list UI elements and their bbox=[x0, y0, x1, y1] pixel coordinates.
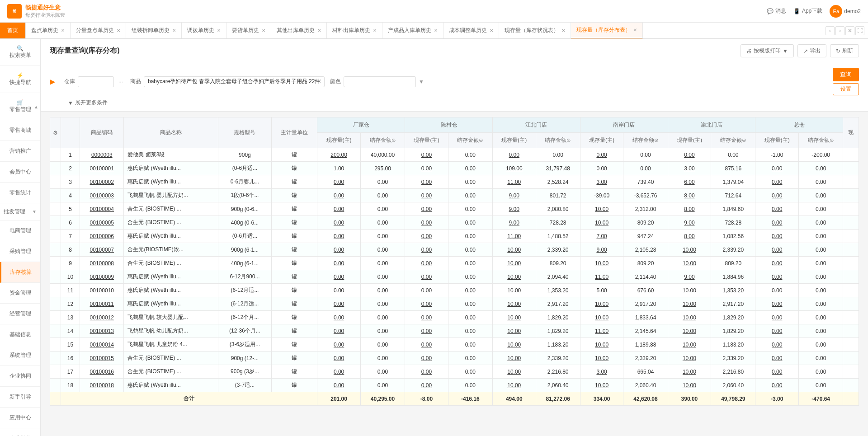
cell-nanan-qty[interactable]: 10.00 bbox=[580, 311, 623, 324]
cell-yubei-qty[interactable]: 10.00 bbox=[668, 379, 711, 392]
cell-jiangbei-qty[interactable]: 109.00 bbox=[493, 162, 536, 175]
cell-code[interactable]: 00100004 bbox=[80, 202, 124, 216]
cell-factory-qty[interactable]: 0.00 bbox=[317, 216, 361, 230]
cell-jiangbei-qty[interactable]: 10.00 bbox=[493, 297, 536, 311]
cell-nanan-qty[interactable]: 11.00 bbox=[580, 270, 623, 284]
sidebar-item-retail-stats[interactable]: 零售统计 bbox=[0, 183, 40, 203]
cell-total-qty[interactable]: 0.00 bbox=[755, 365, 799, 379]
cell-chenlu-qty[interactable]: 0.00 bbox=[405, 189, 448, 202]
cell-yubei-qty[interactable]: 10.00 bbox=[668, 324, 711, 338]
sidebar-item-shortcut[interactable]: ⚡ 快捷导航 bbox=[0, 66, 40, 93]
cell-code[interactable]: 00100016 bbox=[80, 365, 124, 379]
cell-total-qty[interactable]: 0.00 bbox=[755, 311, 799, 324]
cell-nanan-qty[interactable]: 10.00 bbox=[580, 216, 623, 230]
tab-prev-btn[interactable]: ‹ bbox=[826, 26, 835, 35]
cell-code[interactable]: 00100018 bbox=[80, 379, 124, 392]
cell-nanan-qty[interactable]: 3.00 bbox=[580, 175, 623, 189]
sidebar-item-basics[interactable]: 基础信息 bbox=[0, 324, 40, 345]
cell-nanan-qty[interactable]: 10.00 bbox=[580, 257, 623, 270]
cell-jiangbei-qty[interactable]: 10.00 bbox=[493, 311, 536, 324]
tab-requisition[interactable]: 要货单历史 ✕ bbox=[226, 23, 271, 39]
cell-chenlu-qty[interactable]: 0.00 bbox=[405, 202, 448, 216]
cell-total-qty[interactable]: 0.00 bbox=[755, 257, 799, 270]
cell-chenlu-qty[interactable]: 0.00 bbox=[405, 311, 448, 324]
cell-yubei-qty[interactable]: 0.00 bbox=[668, 148, 711, 162]
cell-jiangbei-qty[interactable]: 10.00 bbox=[493, 284, 536, 297]
cell-factory-qty[interactable]: 0.00 bbox=[317, 324, 361, 338]
cell-jiangbei-qty[interactable]: 10.00 bbox=[493, 324, 536, 338]
cell-jiangbei-qty[interactable]: 10.00 bbox=[493, 365, 536, 379]
cell-factory-qty[interactable]: 0.00 bbox=[317, 284, 361, 297]
cell-factory-qty[interactable]: 0.00 bbox=[317, 243, 361, 257]
warehouse-dots[interactable]: ··· bbox=[117, 79, 125, 85]
cell-factory-qty[interactable]: 0.00 bbox=[317, 202, 361, 216]
cell-yubei-qty[interactable]: 8.00 bbox=[668, 202, 711, 216]
cell-total-qty[interactable]: 0.00 bbox=[755, 162, 799, 175]
cell-chenlu-qty[interactable]: 0.00 bbox=[405, 324, 448, 338]
sidebar-item-inventory[interactable]: 库存核算 bbox=[0, 262, 40, 283]
cell-yubei-qty[interactable]: 6.00 bbox=[668, 175, 711, 189]
cell-factory-qty[interactable]: 0.00 bbox=[317, 365, 361, 379]
tab-close-icon[interactable]: ✕ bbox=[262, 28, 265, 33]
tab-expand-btn[interactable]: ⛶ bbox=[855, 26, 864, 35]
cell-code[interactable]: 00100009 bbox=[80, 270, 124, 284]
sidebar-item-member[interactable]: 会员中心 bbox=[0, 162, 40, 183]
cell-nanan-qty[interactable]: 3.00 bbox=[580, 365, 623, 379]
sidebar-item-search[interactable]: 🔍 搜索英单 bbox=[0, 39, 40, 66]
cell-nanan-qty[interactable]: 0.00 bbox=[580, 162, 623, 175]
cell-total-qty[interactable]: 0.00 bbox=[755, 230, 799, 243]
cell-chenlu-qty[interactable]: 0.00 bbox=[405, 284, 448, 297]
cell-factory-qty[interactable]: 0.00 bbox=[317, 230, 361, 243]
cell-code[interactable]: 00100015 bbox=[80, 352, 124, 365]
tab-close-icon[interactable]: ✕ bbox=[317, 28, 321, 33]
cell-chenlu-qty[interactable]: 0.00 bbox=[405, 230, 448, 243]
tab-inventory-count[interactable]: 盘点单历史 ✕ bbox=[26, 23, 71, 39]
cell-total-qty[interactable]: 0.00 bbox=[755, 175, 799, 189]
sidebar-item-app-center[interactable]: 应用中心 bbox=[0, 408, 40, 428]
cell-chenlu-qty[interactable]: 0.00 bbox=[405, 352, 448, 365]
app-download-btn[interactable]: 📱 App下载 bbox=[793, 7, 822, 15]
cell-yubei-qty[interactable]: 10.00 bbox=[668, 311, 711, 324]
sidebar-item-enterprise[interactable]: 企业协同 bbox=[0, 366, 40, 387]
cell-yubei-qty[interactable]: 10.00 bbox=[668, 352, 711, 365]
cell-factory-qty[interactable]: 200.00 bbox=[317, 148, 361, 162]
cell-yubei-qty[interactable]: 10.00 bbox=[668, 243, 711, 257]
cell-chenlu-qty[interactable]: 0.00 bbox=[405, 148, 448, 162]
query-btn[interactable]: 查询 bbox=[833, 68, 859, 81]
cell-yubei-qty[interactable]: 10.00 bbox=[668, 284, 711, 297]
cell-jiangbei-qty[interactable]: 0.00 bbox=[493, 148, 536, 162]
tab-close-icon[interactable]: ✕ bbox=[434, 28, 438, 33]
tab-close-icon[interactable]: ✕ bbox=[61, 28, 65, 33]
cell-factory-qty[interactable]: 0.00 bbox=[317, 175, 361, 189]
col-settings[interactable]: ⚙ bbox=[50, 117, 61, 148]
tab-stock-status[interactable]: 现存量（库存状况表）✕ bbox=[499, 23, 571, 39]
sidebar-item-purchase[interactable]: 采购管理 bbox=[0, 241, 40, 262]
cell-jiangbei-qty[interactable]: 10.00 bbox=[493, 338, 536, 352]
sidebar-item-operations[interactable]: 经营管理 bbox=[0, 304, 40, 324]
cell-jiangbei-qty[interactable]: 9.00 bbox=[493, 189, 536, 202]
cell-total-qty[interactable]: 0.00 bbox=[755, 338, 799, 352]
color-dropdown-icon[interactable]: ▼ bbox=[419, 79, 424, 85]
cell-factory-qty[interactable]: 0.00 bbox=[317, 338, 361, 352]
cell-chenlu-qty[interactable]: 0.00 bbox=[405, 257, 448, 270]
cell-jiangbei-qty[interactable]: 10.00 bbox=[493, 379, 536, 392]
cell-code[interactable]: 00100008 bbox=[80, 257, 124, 270]
cell-chenlu-qty[interactable]: 0.00 bbox=[405, 338, 448, 352]
cell-nanan-qty[interactable]: 10.00 bbox=[580, 379, 623, 392]
export-btn[interactable]: ↗ 导出 bbox=[797, 44, 826, 57]
cell-factory-qty[interactable]: 0.00 bbox=[317, 297, 361, 311]
cell-nanan-qty[interactable]: 0.00 bbox=[580, 148, 623, 162]
cell-code[interactable]: 00100005 bbox=[80, 216, 124, 230]
cell-code[interactable]: 00100006 bbox=[80, 230, 124, 243]
tab-next-btn[interactable]: › bbox=[835, 26, 844, 35]
cell-yubei-qty[interactable]: 3.00 bbox=[668, 162, 711, 175]
settings-btn[interactable]: 设置 bbox=[833, 83, 859, 95]
tab-split-count[interactable]: 分量盘点单历史 ✕ bbox=[71, 23, 126, 39]
message-btn[interactable]: 💬 消息 bbox=[767, 7, 786, 15]
sidebar-item-ecommerce[interactable]: 电商管理 bbox=[0, 220, 40, 241]
cell-jiangbei-qty[interactable]: 9.00 bbox=[493, 216, 536, 230]
tab-close-icon[interactable]: ✕ bbox=[373, 28, 377, 33]
tab-other-outbound[interactable]: 其他出库单历史 ✕ bbox=[271, 23, 327, 39]
cell-factory-qty[interactable]: 0.00 bbox=[317, 189, 361, 202]
cell-yubei-qty[interactable]: 8.00 bbox=[668, 230, 711, 243]
